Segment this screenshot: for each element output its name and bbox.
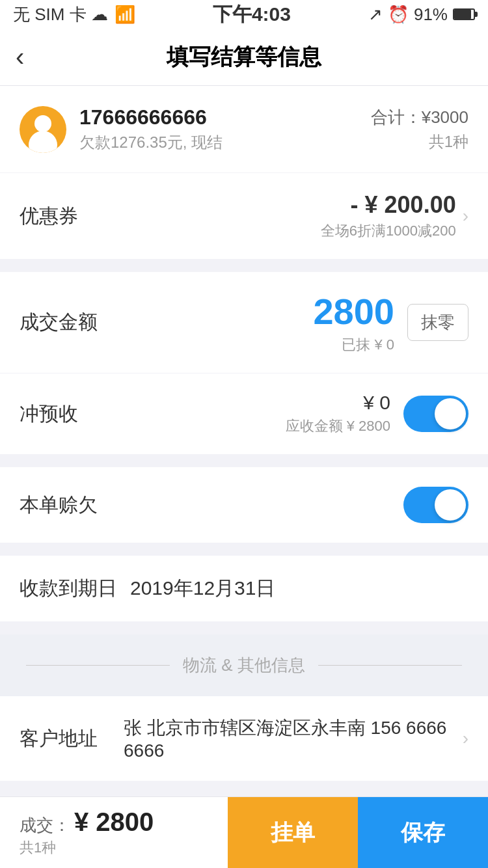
coupon-label: 优惠券 [20,203,78,230]
user-card: 17666666666 欠款1276.35元, 现结 合计：¥3000 共1种 … [0,86,488,259]
divider-line-right [318,665,462,666]
divider-text: 物流 & 其他信息 [183,654,305,677]
debt-label: 本单赊欠 [20,492,98,519]
debt-section: 本单赊欠 [0,467,488,543]
debt-row: 本单赊欠 [0,467,488,543]
deal-amount: 2800 [313,290,394,332]
bottom-deal-label: 成交： [20,814,70,837]
avatar [20,106,66,153]
divider-line-left [26,665,170,666]
toggle-thumb [435,398,466,429]
status-time: 下午4:03 [213,1,291,28]
battery-level: 91% [414,5,448,25]
user-phone: 17666666666 [79,105,223,129]
bottom-summary: 成交： ¥ 2800 共1种 [0,797,228,868]
page-title: 填写结算等信息 [167,42,321,72]
deal-section: 成交金额 2800 已抹 ¥ 0 抹零 冲预收 ¥ 0 应收金额 ¥ 2800 [0,272,488,454]
back-button[interactable]: ‹ [16,42,24,72]
prepay-label: 冲预收 [20,401,78,427]
prepay-sub: 应收金额 ¥ 2800 [286,416,390,436]
bottom-count: 共1种 [20,838,208,858]
coupon-chevron-icon: › [463,206,468,226]
location-icon: ↗ [368,5,383,25]
prepay-row: 冲预收 ¥ 0 应收金额 ¥ 2800 [0,373,488,454]
bottom-bar: 成交： ¥ 2800 共1种 挂单 保存 [0,796,488,868]
deal-erased: 已抹 ¥ 0 [313,335,394,355]
toggle-thumb-debt [435,489,466,521]
address-chevron-icon: › [463,728,468,749]
address-section[interactable]: 客户地址 张 北京市市辖区海淀区永丰南 156 6666 6666 › [0,696,488,781]
wifi-icon: 📶 [115,5,135,25]
save-button[interactable]: 保存 [358,797,488,868]
status-bar: 无 SIM 卡 ☁ 📶 下午4:03 ↗ ⏰ 91% [0,0,488,29]
user-row: 17666666666 欠款1276.35元, 现结 合计：¥3000 共1种 [0,86,488,172]
divider-section: 物流 & 其他信息 [0,634,488,696]
round-zero-button[interactable]: 抹零 [407,304,468,341]
address-value: 张 北京市市辖区海淀区永丰南 156 6666 6666 [124,716,463,761]
due-row: 收款到期日 2019年12月31日 [0,556,488,621]
bottom-deal-amount: ¥ 2800 [74,807,154,837]
battery-icon [453,8,475,20]
due-label: 收款到期日 [20,575,117,602]
alarm-icon: ⏰ [388,5,409,25]
coupon-desc: 全场6折满1000减200 [321,221,456,241]
coupon-discount: - ¥ 200.00 [321,191,456,219]
deal-label: 成交金额 [20,309,98,336]
status-right: ↗ ⏰ 91% [368,5,475,25]
user-sub: 欠款1276.35元, 现结 [79,132,223,153]
total-label: 合计：¥3000 [371,106,468,129]
prepay-value: ¥ 0 [286,392,390,414]
due-value: 2019年12月31日 [130,575,275,602]
total-count: 共1种 [371,131,468,152]
nav-bar: ‹ 填写结算等信息 [0,29,488,86]
address-row[interactable]: 客户地址 张 北京市市辖区海淀区永丰南 156 6666 6666 › [0,696,488,781]
address-label: 客户地址 [20,726,98,752]
due-section: 收款到期日 2019年12月31日 [0,556,488,621]
hold-button[interactable]: 挂单 [228,797,358,868]
sim-signal: 无 SIM 卡 ☁ [13,3,108,26]
coupon-row[interactable]: 优惠券 - ¥ 200.00 全场6折满1000减200 › [0,172,488,259]
status-left: 无 SIM 卡 ☁ 📶 [13,3,135,26]
debt-toggle[interactable] [403,487,468,523]
prepay-toggle[interactable] [403,396,468,432]
deal-row: 成交金额 2800 已抹 ¥ 0 抹零 [0,272,488,373]
